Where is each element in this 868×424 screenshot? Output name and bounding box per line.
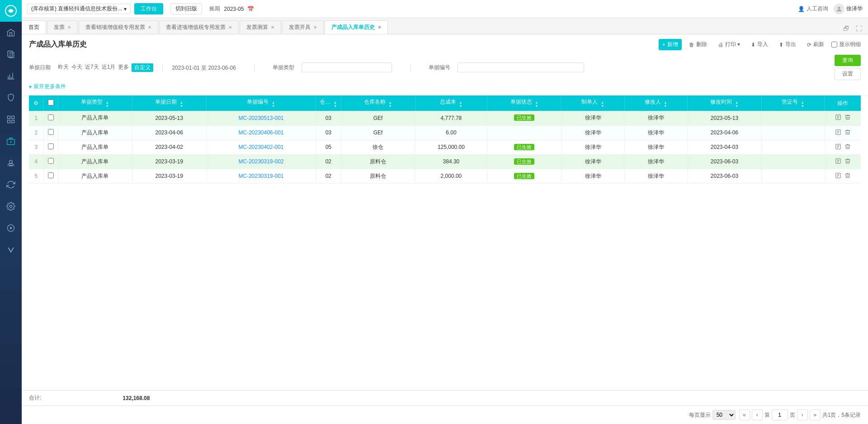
tab-sales-vat[interactable]: 查看销项增值税专用发票 ✕	[79, 20, 158, 34]
row-checkbox-cell[interactable]	[43, 111, 58, 125]
tab-invoice-calc[interactable]: 发票测算 ✕	[240, 20, 281, 34]
row-number-link[interactable]: MC-20230406-001	[238, 129, 283, 136]
sidebar-item-refresh[interactable]	[0, 174, 22, 195]
row-edit-button[interactable]	[834, 128, 842, 138]
col-settings[interactable]: ⚙	[29, 95, 43, 111]
show-detail-checkbox[interactable]	[831, 42, 837, 48]
date-link-today[interactable]: 今天	[71, 63, 82, 72]
row-checkbox[interactable]	[48, 172, 54, 178]
row-checkbox-cell[interactable]	[43, 154, 58, 169]
sidebar-item-stamp[interactable]	[0, 152, 22, 174]
row-delete-button[interactable]	[844, 172, 852, 181]
search-button[interactable]: 查询	[835, 55, 861, 66]
settings-icon[interactable]: ⚙	[33, 100, 38, 106]
prev-page-button[interactable]: ‹	[752, 410, 763, 420]
col-voucher[interactable]: 凭证号 ▲▼	[762, 95, 825, 111]
tab-invoice-close[interactable]: ✕	[67, 25, 71, 30]
row-edit-button[interactable]	[834, 113, 842, 123]
settings-button[interactable]: 设置	[835, 68, 861, 80]
show-detail-checkbox-wrap[interactable]: 显示明细	[831, 41, 861, 48]
row-checkbox-cell[interactable]	[43, 140, 58, 154]
workbench-button[interactable]: 工作台	[134, 3, 163, 14]
tab-product-receipt[interactable]: 产成品入库单历史 ✕	[325, 20, 388, 34]
sidebar-item-home[interactable]	[0, 22, 22, 43]
calendar-icon[interactable]: 📅	[247, 6, 254, 12]
table-container[interactable]: ⚙ 单据类型 ▲▼ 单据日期 ▲▼ 单据编号 ▲▼ 仓… ▲▼ 仓库名称 ▲▼ …	[22, 95, 868, 390]
window-expand-button[interactable]: ⛶	[854, 23, 864, 34]
row-checkbox[interactable]	[48, 143, 54, 149]
row-edit-button[interactable]	[834, 143, 842, 152]
row-edit-button[interactable]	[834, 157, 842, 167]
company-selector[interactable]: (库存核算) 直播轻抖通信息技术股份... ▾	[27, 4, 131, 14]
sidebar-item-security[interactable]	[0, 87, 22, 109]
tab-purchase-vat-close[interactable]: ✕	[228, 25, 232, 30]
expand-conditions[interactable]: ▾ 展开更多条件	[29, 83, 861, 91]
sidebar-item-grid[interactable]	[0, 109, 22, 130]
sidebar-item-play[interactable]	[0, 217, 22, 239]
col-type[interactable]: 单据类型 ▲▼	[58, 95, 132, 111]
row-number[interactable]: MC-20230319-001	[206, 169, 316, 183]
customer-service-link[interactable]: 👤 人工咨询	[798, 5, 828, 13]
row-number-link[interactable]: MC-20230402-001	[238, 144, 283, 150]
print-button[interactable]: 🖨 打印 ▾	[714, 39, 744, 50]
col-date[interactable]: 单据日期 ▲▼	[132, 95, 206, 111]
date-link-custom[interactable]: 自定义	[132, 63, 153, 72]
refresh-button[interactable]: ⟳ 刷新	[803, 39, 828, 50]
date-link-7days[interactable]: 近7天	[85, 63, 99, 72]
number-input[interactable]	[458, 62, 584, 72]
col-warehouse-code[interactable]: 仓… ▲▼	[316, 95, 341, 111]
first-page-button[interactable]: «	[739, 410, 750, 420]
row-number-link[interactable]: MC-20230319-002	[238, 158, 283, 165]
tab-invoice-open-close[interactable]: ✕	[313, 25, 317, 30]
row-number[interactable]: MC-20230406-001	[206, 125, 316, 140]
sidebar-item-documents[interactable]	[0, 43, 22, 65]
col-modifier[interactable]: 修改人 ▲▼	[624, 95, 687, 111]
row-number-link[interactable]: MC-20230513-001	[238, 115, 283, 121]
tab-home[interactable]: 首页	[22, 20, 46, 34]
tab-invoice-open[interactable]: 发票开具 ✕	[282, 20, 324, 34]
row-delete-button[interactable]	[844, 157, 852, 167]
row-checkbox-cell[interactable]	[43, 125, 58, 140]
delete-button[interactable]: 🗑 删除	[685, 39, 711, 50]
col-total-cost[interactable]: 总成本 ▲▼	[415, 95, 487, 111]
page-number-input[interactable]	[772, 410, 788, 420]
app-logo[interactable]	[0, 0, 22, 22]
sidebar-item-analytics[interactable]	[0, 65, 22, 87]
export-button[interactable]: ⬆ 导出	[775, 39, 800, 50]
row-delete-button[interactable]	[844, 113, 852, 123]
row-checkbox[interactable]	[48, 158, 54, 164]
row-number[interactable]: MC-20230402-001	[206, 140, 316, 154]
row-edit-button[interactable]	[834, 172, 842, 181]
row-checkbox[interactable]	[48, 114, 54, 120]
window-restore-button[interactable]: 🗗	[841, 23, 852, 34]
col-creator[interactable]: 制单人 ▲▼	[561, 95, 624, 111]
row-delete-button[interactable]	[844, 143, 852, 152]
row-delete-button[interactable]	[844, 128, 852, 138]
switch-to-old-button[interactable]: 切到旧版	[170, 3, 202, 14]
date-link-1month[interactable]: 近1月	[102, 63, 116, 72]
col-modify-time[interactable]: 修改时间 ▲▼	[687, 95, 761, 111]
sidebar-item-v[interactable]	[0, 239, 22, 261]
sidebar-item-inventory[interactable]	[0, 130, 22, 152]
tab-product-receipt-close[interactable]: ✕	[377, 25, 381, 30]
type-select[interactable]	[302, 62, 392, 72]
date-link-more[interactable]: 更多	[118, 63, 129, 72]
import-button[interactable]: ⬇ 导入	[747, 39, 772, 50]
tab-purchase-vat[interactable]: 查看进项增值税专用发票 ✕	[159, 20, 239, 34]
tab-sales-vat-close[interactable]: ✕	[148, 25, 151, 30]
row-checkbox[interactable]	[48, 129, 54, 135]
sidebar-item-settings[interactable]	[0, 195, 22, 217]
row-checkbox-cell[interactable]	[43, 169, 58, 183]
col-status[interactable]: 单据状态 ▲▼	[487, 95, 561, 111]
col-number[interactable]: 单据编号 ▲▼	[206, 95, 316, 111]
tab-invoice[interactable]: 发票 ✕	[47, 20, 78, 34]
new-button[interactable]: + 新增	[659, 39, 682, 50]
row-number[interactable]: MC-20230319-002	[206, 154, 316, 169]
col-warehouse-name[interactable]: 仓库名称 ▲▼	[341, 95, 415, 111]
select-all-checkbox[interactable]	[48, 100, 54, 105]
per-page-select[interactable]: 50 100 200	[712, 410, 736, 420]
row-number-link[interactable]: MC-20230319-001	[238, 173, 283, 179]
row-number[interactable]: MC-20230513-001	[206, 111, 316, 125]
next-page-button[interactable]: ›	[797, 410, 808, 420]
last-page-button[interactable]: »	[810, 410, 821, 420]
